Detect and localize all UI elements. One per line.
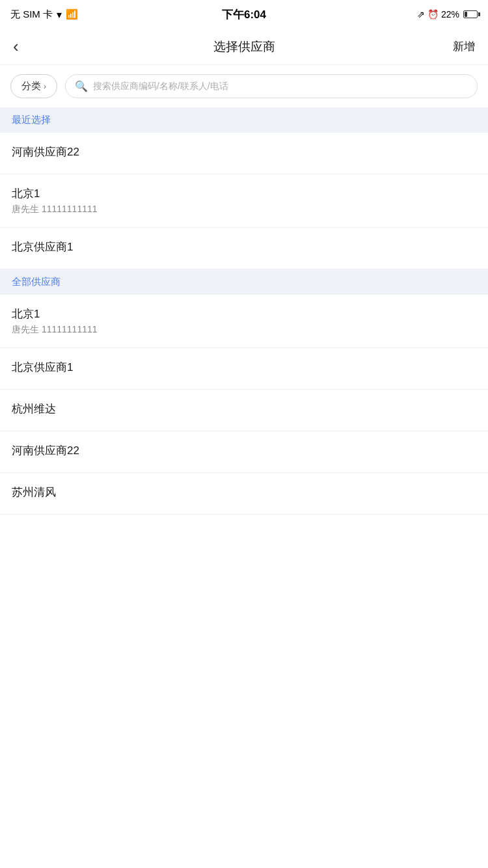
battery-percent: 22%	[441, 9, 459, 20]
list-item[interactable]: 苏州清风	[0, 473, 488, 515]
supplier-name: 北京1	[12, 186, 476, 201]
search-box[interactable]: 🔍 搜索供应商编码/名称/联系人/电话	[65, 74, 478, 98]
supplier-name: 苏州清风	[12, 485, 476, 500]
list-item[interactable]: 河南供应商22	[0, 431, 488, 473]
all-suppliers-list: 北京1 唐先生 11111111111 北京供应商1 杭州维达 河南供应商22 …	[0, 295, 488, 515]
search-icon: 🔍	[75, 80, 88, 92]
page-title: 选择供应商	[213, 38, 275, 55]
chevron-right-icon: ›	[44, 82, 46, 91]
alarm-icon: ⏰	[427, 9, 439, 20]
status-carrier: 无 SIM 卡 ▾ 📶	[10, 8, 78, 21]
category-label: 分类	[21, 80, 41, 92]
battery-icon	[463, 10, 478, 18]
list-item[interactable]: 河南供应商22	[0, 133, 488, 174]
wifi-icon: ▾	[57, 8, 62, 21]
status-indicators: ⇗ ⏰ 22%	[417, 9, 478, 20]
list-item[interactable]: 北京供应商1	[0, 348, 488, 390]
filter-bar: 分类 › 🔍 搜索供应商编码/名称/联系人/电话	[0, 65, 488, 107]
all-header-text: 全部供应商	[12, 276, 61, 287]
back-button[interactable]: ‹	[13, 36, 52, 57]
list-item[interactable]: 北京1 唐先生 11111111111	[0, 174, 488, 228]
supplier-name: 河南供应商22	[12, 443, 476, 458]
supplier-name: 河南供应商22	[12, 144, 476, 159]
supplier-name: 北京供应商1	[12, 239, 476, 254]
search-placeholder: 搜索供应商编码/名称/联系人/电话	[93, 81, 228, 92]
recent-section-header: 最近选择	[0, 107, 488, 133]
supplier-contact: 唐先生 11111111111	[12, 324, 476, 336]
wifi-symbol: 📶	[66, 8, 78, 20]
recent-list: 河南供应商22 北京1 唐先生 11111111111 北京供应商1	[0, 133, 488, 269]
status-time: 下午6:04	[222, 7, 266, 22]
supplier-name: 杭州维达	[12, 401, 476, 416]
supplier-name: 北京1	[12, 306, 476, 321]
nav-bar: ‹ 选择供应商 新增	[0, 29, 488, 65]
category-filter-button[interactable]: 分类 ›	[10, 74, 57, 98]
add-button[interactable]: 新增	[436, 39, 475, 54]
list-item[interactable]: 北京供应商1	[0, 228, 488, 269]
list-item[interactable]: 杭州维达	[0, 390, 488, 431]
supplier-contact: 唐先生 11111111111	[12, 204, 476, 215]
list-item[interactable]: 北京1 唐先生 11111111111	[0, 295, 488, 348]
supplier-name: 北京供应商1	[12, 360, 476, 375]
location-icon: ⇗	[417, 9, 425, 20]
recent-header-text: 最近选择	[12, 114, 51, 125]
all-section-header: 全部供应商	[0, 269, 488, 295]
status-bar: 无 SIM 卡 ▾ 📶 下午6:04 ⇗ ⏰ 22%	[0, 0, 488, 29]
